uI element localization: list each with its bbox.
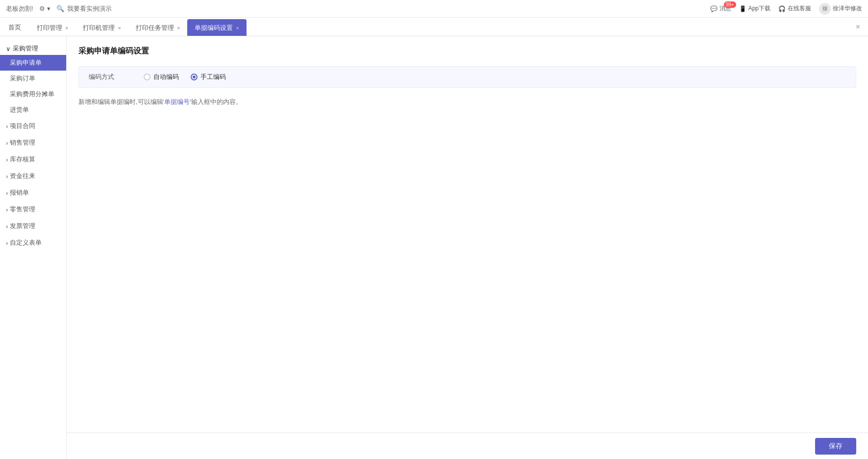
tab-printer-management-label: 打印机管理 bbox=[83, 24, 115, 32]
sidebar-group-arrow-capital: › bbox=[6, 173, 8, 180]
page-title: 采购申请单编码设置 bbox=[78, 46, 856, 56]
radio-group: 自动编码 手工编码 bbox=[144, 73, 226, 81]
search-bar[interactable]: 🔍 我要看实例演示 bbox=[56, 4, 112, 13]
top-bar: 老板勿割! ⚙ ▾ 🔍 我要看实例演示 💬 消息 99+ 📱 App下载 🎧 在… bbox=[0, 0, 868, 18]
sidebar-group-expense-claim[interactable]: › 报销单 bbox=[0, 184, 66, 201]
sidebar-group-arrow-purchase: ∨ bbox=[6, 45, 11, 52]
tab-bar: 首页 打印管理 × 打印机管理 × 打印任务管理 × 单据编码设置 × × bbox=[0, 18, 868, 36]
tab-home-label: 首页 bbox=[8, 23, 21, 32]
sidebar-group-inventory[interactable]: › 库存核算 bbox=[0, 151, 66, 168]
tab-bar-close-button[interactable]: × bbox=[852, 23, 864, 31]
user-item[interactable]: 徐 徐泽华修改 bbox=[819, 3, 862, 15]
sidebar-item-label-stock-in: 进货单 bbox=[10, 106, 29, 113]
sidebar-group-title-project: 项目合同 bbox=[10, 122, 35, 130]
description-text: 新增和编辑单据编时,可以编辑'单据编号'输入框中的内容。 bbox=[78, 98, 856, 106]
tab-voucher-code-settings-label: 单据编码设置 bbox=[195, 24, 233, 32]
radio-manual-label: 手工编码 bbox=[200, 73, 226, 81]
sidebar-group-arrow-sales: › bbox=[6, 139, 8, 147]
sidebar-group-title-sales: 销售管理 bbox=[10, 138, 35, 147]
sidebar-item-label-purchase-order: 采购订单 bbox=[10, 75, 35, 82]
encoding-label: 编码方式 bbox=[89, 73, 114, 81]
sidebar-item-stock-in[interactable]: 进货单 bbox=[0, 102, 66, 118]
top-bar-left: 老板勿割! ⚙ ▾ 🔍 我要看实例演示 bbox=[6, 4, 112, 13]
top-bar-right: 💬 消息 99+ 📱 App下载 🎧 在线客服 徐 徐泽华修改 bbox=[710, 3, 862, 15]
search-icon: 🔍 bbox=[56, 5, 64, 12]
tab-close-voucher-code-settings[interactable]: × bbox=[236, 25, 239, 31]
tab-voucher-code-settings[interactable]: 单据编码设置 × bbox=[187, 19, 246, 36]
save-button[interactable]: 保存 bbox=[815, 438, 856, 455]
notification-badge: 99+ bbox=[724, 1, 736, 8]
online-service-item[interactable]: 🎧 在线客服 bbox=[778, 4, 811, 13]
tab-print-management[interactable]: 打印管理 × bbox=[29, 19, 75, 36]
tab-close-print-management[interactable]: × bbox=[65, 25, 68, 31]
sidebar-item-purchase-expense[interactable]: 采购费用分摊单 bbox=[0, 86, 66, 102]
sidebar-group-arrow-project: › bbox=[6, 123, 8, 130]
sidebar-item-purchase-request[interactable]: 采购申请单 bbox=[0, 55, 66, 71]
encoding-section: 编码方式 自动编码 手工编码 bbox=[78, 66, 856, 88]
tab-printer-management[interactable]: 打印机管理 × bbox=[75, 19, 128, 36]
sidebar-item-label-purchase-expense: 采购费用分摊单 bbox=[10, 90, 54, 98]
sidebar-group-arrow-custom: › bbox=[6, 239, 8, 247]
sidebar-group-title-capital: 资金往来 bbox=[10, 172, 35, 180]
sidebar-group-custom-form[interactable]: › 自定义表单 bbox=[0, 234, 66, 251]
radio-auto-label: 自动编码 bbox=[153, 73, 179, 81]
tab-home[interactable]: 首页 bbox=[0, 19, 29, 36]
sidebar-group-retail[interactable]: › 零售管理 bbox=[0, 201, 66, 218]
sidebar-group-capital[interactable]: › 资金往来 bbox=[0, 168, 66, 184]
main-layout: ∨ 采购管理 采购申请单 采购订单 采购费用分摊单 进货单 › 项目合同 › 销… bbox=[0, 36, 868, 459]
sidebar-group-title-purchase: 采购管理 bbox=[13, 44, 38, 53]
user-name: 徐泽华修改 bbox=[833, 4, 862, 13]
sidebar-group-arrow-invoice: › bbox=[6, 223, 8, 230]
app-download-label: App下载 bbox=[748, 4, 770, 13]
sidebar-group-arrow-expense: › bbox=[6, 189, 8, 197]
notification-item[interactable]: 💬 消息 99+ bbox=[710, 4, 731, 13]
sidebar-group-sales-management[interactable]: › 销售管理 bbox=[0, 134, 66, 151]
radio-btn-auto[interactable] bbox=[144, 74, 150, 80]
tab-print-task-management[interactable]: 打印任务管理 × bbox=[128, 19, 187, 36]
content-inner: 采购申请单编码设置 编码方式 自动编码 手工编码 新增和编辑单据编时,可以编辑'… bbox=[67, 36, 868, 433]
tab-print-task-management-label: 打印任务管理 bbox=[136, 24, 174, 32]
content-area: 采购申请单编码设置 编码方式 自动编码 手工编码 新增和编辑单据编时,可以编辑'… bbox=[67, 36, 868, 459]
sidebar-group-arrow-retail: › bbox=[6, 206, 8, 213]
sidebar-item-label-purchase-request: 采购申请单 bbox=[10, 59, 42, 66]
sidebar-group-project-contract[interactable]: › 项目合同 bbox=[0, 118, 66, 134]
avatar: 徐 bbox=[819, 3, 831, 15]
sidebar-item-purchase-order[interactable]: 采购订单 bbox=[0, 71, 66, 86]
logo-text[interactable]: 老板勿割! bbox=[6, 4, 33, 13]
sidebar: ∨ 采购管理 采购申请单 采购订单 采购费用分摊单 进货单 › 项目合同 › 销… bbox=[0, 36, 67, 459]
sidebar-group-title-retail: 零售管理 bbox=[10, 205, 35, 214]
radio-manual-code[interactable]: 手工编码 bbox=[191, 73, 226, 81]
search-text: 我要看实例演示 bbox=[67, 4, 112, 13]
online-service-label: 在线客服 bbox=[788, 4, 811, 13]
sidebar-group-title-invoice: 发票管理 bbox=[10, 222, 35, 230]
headset-icon: 🎧 bbox=[778, 5, 786, 12]
radio-btn-manual[interactable] bbox=[191, 74, 198, 80]
sidebar-group-title-inventory: 库存核算 bbox=[10, 155, 35, 164]
app-download-item[interactable]: 📱 App下载 bbox=[739, 4, 770, 13]
sidebar-group-purchase-management[interactable]: ∨ 采购管理 bbox=[0, 40, 66, 55]
radio-auto-code[interactable]: 自动编码 bbox=[144, 73, 179, 81]
sidebar-group-invoice[interactable]: › 发票管理 bbox=[0, 218, 66, 234]
dropdown-arrow: ▾ bbox=[47, 5, 50, 12]
settings-icon: ⚙ bbox=[39, 5, 45, 12]
settings-dropdown[interactable]: ⚙ ▾ bbox=[39, 5, 50, 12]
tab-close-print-task-management[interactable]: × bbox=[177, 25, 180, 31]
message-icon: 💬 bbox=[710, 5, 718, 12]
tab-close-printer-management[interactable]: × bbox=[118, 25, 121, 31]
sidebar-group-title-expense: 报销单 bbox=[10, 188, 29, 197]
phone-icon: 📱 bbox=[739, 5, 746, 12]
sidebar-group-title-custom: 自定义表单 bbox=[10, 238, 42, 247]
tab-print-management-label: 打印管理 bbox=[37, 24, 62, 32]
sidebar-group-arrow-inventory: › bbox=[6, 156, 8, 163]
bottom-bar: 保存 bbox=[67, 433, 868, 459]
description-highlight: 单据编号 bbox=[164, 98, 190, 105]
